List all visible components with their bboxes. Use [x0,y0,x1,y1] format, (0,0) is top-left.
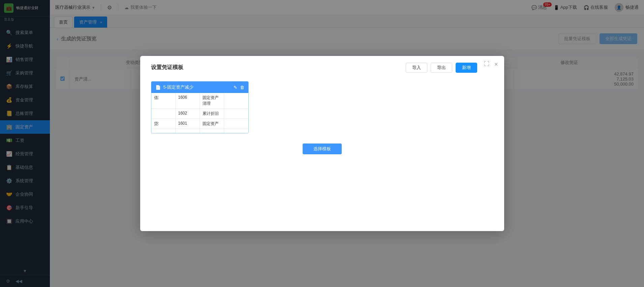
template-row-4 [151,129,248,133]
template-cell-extra-4 [224,129,248,133]
template-row-3: 贷: 1601 固定资产 [151,119,248,129]
template-card-header: 📄 5-固定资产减少 ✎ 🗑 [151,82,248,93]
import-button[interactable]: 导入 [406,63,427,73]
template-cell-code-3: 1601 [176,119,200,129]
template-area: 📄 5-固定资产减少 ✎ 🗑 借: 1606 固定资产清理 1602 [151,78,493,137]
select-template-wrap: 选择模板 [151,144,493,154]
new-button[interactable]: 新增 [456,63,477,73]
template-cell-extra-1 [224,93,248,108]
template-cell-extra-2 [224,109,248,119]
template-cell-extra-3 [224,119,248,129]
template-cell-code-1: 1606 [176,93,200,108]
template-cell-type-1: 借: [151,93,176,108]
voucher-template-modal: 设置凭证模板 导入 导出 新增 × ⛶ 📄 5-固定资产减少 ✎ 🗑 借: [140,56,504,231]
template-edit-icon[interactable]: ✎ [234,85,237,90]
modal-close-button[interactable]: × [494,61,498,67]
template-cell-code-4 [176,129,200,133]
template-cell-name-3: 固定资产 [200,119,224,129]
template-cell-code-2: 1602 [176,109,200,119]
template-card: 📄 5-固定资产减少 ✎ 🗑 借: 1606 固定资产清理 1602 [151,81,249,133]
template-row-1: 借: 1606 固定资产清理 [151,93,248,109]
template-doc-icon: 📄 [155,85,161,90]
export-button[interactable]: 导出 [431,63,452,73]
select-template-button[interactable]: 选择模板 [303,144,342,154]
template-cell-name-4 [200,129,224,133]
template-card-actions: ✎ 🗑 [234,85,244,90]
template-cell-type-3: 贷: [151,119,176,129]
template-card-body: 借: 1606 固定资产清理 1602 累计折旧 贷: 1601 固定资产 [151,93,248,133]
modal-resize-button[interactable]: ⛶ [484,61,489,67]
template-cell-name-2: 累计折旧 [200,109,224,119]
template-cell-name-1: 固定资产清理 [200,93,224,108]
template-name: 5-固定资产减少 [163,84,194,90]
modal-toolbar: 导入 导出 新增 [406,63,477,73]
template-row-2: 1602 累计折旧 [151,109,248,119]
template-cell-type-2 [151,109,176,119]
template-card-title: 📄 5-固定资产减少 [155,84,194,90]
template-cell-type-4 [151,129,176,133]
template-delete-icon[interactable]: 🗑 [240,85,244,90]
